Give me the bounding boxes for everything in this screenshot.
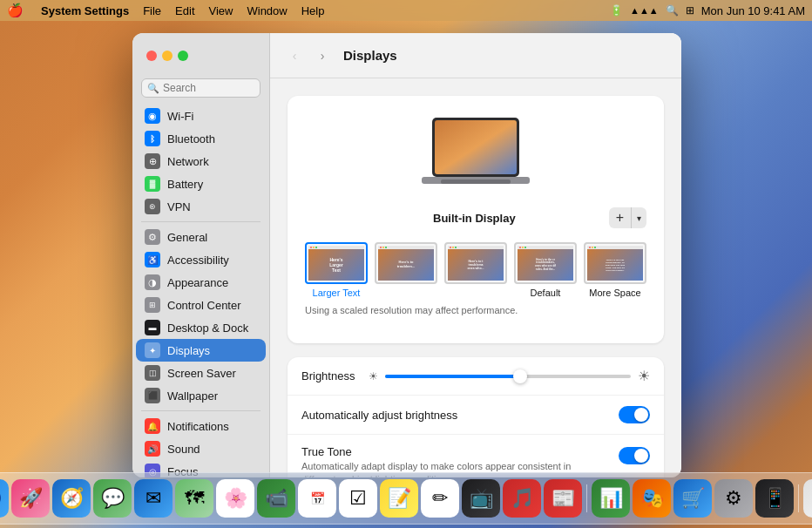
displays-icon: ✦ (145, 342, 160, 358)
resolution-preview-2: Here's totroublem... (375, 242, 437, 284)
dock-maps[interactable]: 🗺 (175, 479, 213, 518)
back-button[interactable]: ‹ (284, 45, 305, 66)
dock: 🔵 🚀 🧭 💬 ✉ 🗺 🌸 📹 📅 ☑ 📝 ✏ 📺 (0, 472, 812, 525)
sidebar-item-general[interactable]: ⚙ General (136, 226, 266, 248)
dock-finder[interactable]: 🔵 (0, 479, 9, 518)
dock-systemsettings[interactable]: ⚙ (714, 479, 753, 518)
sidebar-item-vpn[interactable]: ⊛ VPN (136, 195, 266, 218)
resolution-more-space[interactable]: Here's to the craztroublemakers. Thones … (584, 242, 646, 298)
resolution-option-3[interactable]: Here's to ttroublemaones who... (444, 242, 507, 298)
fullscreen-button[interactable] (178, 51, 188, 61)
resolution-preview-3: Here's to ttroublemaones who... (444, 242, 507, 284)
dock-launchpad[interactable]: 🚀 (11, 479, 50, 518)
brightness-slider[interactable]: ☀ ☀ (369, 368, 650, 384)
sidebar-label-bluetooth: Bluetooth (167, 132, 215, 146)
sidebar-label-battery: Battery (167, 178, 203, 191)
resolution-preview-larger: Here'sLargerText (305, 242, 368, 284)
apple-logo-icon[interactable]: 🍎 (7, 3, 24, 18)
dock-mail[interactable]: ✉ (134, 479, 173, 518)
menubar-window[interactable]: Window (247, 4, 287, 17)
dock-news[interactable]: 📰 (544, 479, 582, 518)
calendar-icon: 📅 (310, 491, 325, 505)
sidebar-item-controlcenter[interactable]: ⊞ Control Center (136, 294, 266, 316)
dock-facetime[interactable]: 📹 (257, 479, 295, 518)
dock-appstore[interactable]: 🛒 (673, 479, 712, 518)
sidebar-item-network[interactable]: ⊕ Network (136, 150, 266, 173)
sidebar-item-sound[interactable]: 🔊 Sound (136, 437, 266, 460)
dock-freeform[interactable]: ✏ (421, 479, 459, 518)
sidebar-item-appearance[interactable]: ◑ Appearance (136, 271, 266, 294)
finder-icon: 🔵 (0, 487, 2, 510)
menubar-app-name[interactable]: System Settings (41, 4, 129, 17)
sidebar-label-general: General (167, 231, 207, 244)
sidebar-label-displays: Displays (167, 344, 210, 357)
sidebar-item-bluetooth[interactable]: ᛒ Bluetooth (136, 127, 266, 150)
true-tone-toggle[interactable] (619, 447, 650, 464)
dock-photos[interactable]: 🌸 (216, 479, 254, 518)
svg-rect-1 (435, 120, 517, 174)
messages-icon: 💬 (101, 487, 125, 510)
sidebar-item-displays[interactable]: ✦ Displays (136, 339, 266, 362)
notes-icon: 📝 (388, 487, 411, 510)
page-title: Displays (343, 48, 397, 63)
display-preview: Built-in Display + ▾ (305, 113, 646, 228)
add-display-button[interactable]: + ▾ (609, 207, 646, 228)
dock-numbers[interactable]: 📊 (592, 479, 630, 518)
content-scroll-area[interactable]: Built-in Display + ▾ (270, 78, 681, 477)
true-tone-label: True Tone (301, 445, 605, 458)
dock-safari[interactable]: 🧭 (52, 479, 91, 518)
display-card: Built-in Display + ▾ (288, 96, 664, 343)
sidebar-label-appearance: Appearance (167, 276, 228, 289)
dock-separator (586, 484, 587, 512)
traffic-lights (146, 51, 188, 61)
menubar-view[interactable]: View (209, 4, 233, 17)
resolution-option-2[interactable]: Here's totroublem... (375, 242, 437, 298)
screensaver-icon: ◫ (145, 365, 160, 381)
sidebar-item-wifi[interactable]: ◉ Wi-Fi (136, 105, 266, 127)
sidebar-label-wallpaper: Wallpaper (167, 389, 218, 403)
sidebar-label-vpn: VPN (167, 200, 191, 213)
menubar-help[interactable]: Help (301, 4, 325, 17)
dock-iphone-mirroring[interactable]: 📱 (755, 479, 794, 518)
sidebar-titlebar (132, 33, 269, 78)
sidebar-label-accessibility: Accessibility (167, 254, 229, 267)
dock-keynote[interactable]: 🎭 (633, 479, 671, 518)
dock-messages[interactable]: 💬 (93, 479, 132, 518)
minimize-button[interactable] (162, 51, 173, 61)
dock-reminders[interactable]: ☑ (339, 479, 377, 518)
reminders-icon: ☑ (349, 487, 367, 510)
sidebar-item-screensaver[interactable]: ◫ Screen Saver (136, 362, 266, 384)
forward-button[interactable]: › (312, 45, 333, 66)
brightness-thumb[interactable] (513, 369, 527, 383)
sidebar-item-battery[interactable]: ▓ Battery (136, 173, 266, 195)
brightness-low-icon: ☀ (369, 370, 378, 382)
dock-separator-2 (798, 484, 799, 512)
launchpad-icon: 🚀 (19, 487, 43, 510)
sidebar-item-desktopdock[interactable]: ▬ Desktop & Dock (136, 316, 266, 339)
auto-brightness-toggle[interactable] (619, 406, 650, 423)
dock-calendar[interactable]: 📅 (298, 479, 336, 518)
sidebar: 🔍 ◉ Wi-Fi ᛒ Bluetooth ⊕ Network ▓ (132, 33, 270, 477)
menubar-right: 🔋 ▲▲▲ 🔍 ⊞ Mon Jun 10 9:41 AM (610, 4, 805, 17)
dropdown-icon: ▾ (632, 211, 646, 226)
dock-notes[interactable]: 📝 (380, 479, 418, 518)
sidebar-item-notifications[interactable]: 🔔 Notifications (136, 415, 266, 437)
auto-brightness-label: Automatically adjust brightness (301, 409, 457, 422)
brightness-track[interactable] (385, 375, 631, 378)
dock-trash[interactable]: 🗑 (803, 479, 812, 518)
menubar-file[interactable]: File (143, 4, 161, 17)
menubar: 🍎 System Settings File Edit View Window … (0, 0, 812, 21)
notifications-icon: 🔔 (145, 418, 160, 434)
resolution-default[interactable]: Here's to the crtroublemakers,ones who s… (514, 242, 577, 298)
search-icon[interactable]: 🔍 (666, 4, 679, 17)
sidebar-item-accessibility[interactable]: ♿ Accessibility (136, 248, 266, 271)
dock-tv[interactable]: 📺 (462, 479, 500, 518)
menubar-edit[interactable]: Edit (175, 4, 194, 17)
resolution-larger-text[interactable]: Here'sLargerText Larger Text (305, 242, 368, 298)
resolution-options: Here'sLargerText Larger Text (305, 242, 646, 298)
display-name-row: Built-in Display + ▾ (305, 207, 646, 228)
sidebar-item-wallpaper[interactable]: ⬛ Wallpaper (136, 384, 266, 407)
wallpaper-icon: ⬛ (145, 388, 160, 403)
dock-music[interactable]: 🎵 (503, 479, 541, 518)
close-button[interactable] (146, 51, 157, 61)
